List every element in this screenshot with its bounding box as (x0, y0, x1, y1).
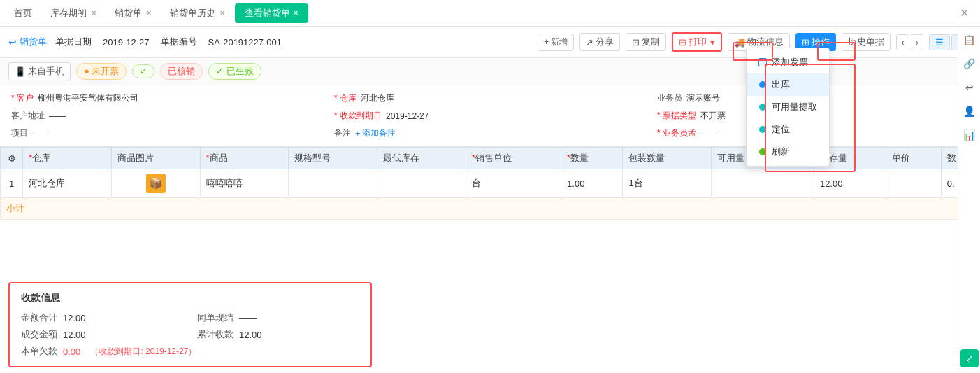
plus-icon: + (355, 128, 361, 139)
list-view-button[interactable]: ☰ (929, 34, 950, 50)
warehouse-label: 仓库 (334, 92, 356, 104)
balance-value: 0.00 (63, 346, 80, 357)
subtotal-label: 小计 (1, 198, 980, 220)
sidebar-icon-4[interactable]: 👤 (962, 104, 977, 119)
tab-close-inventory[interactable]: ✕ (91, 9, 96, 17)
row-spec (289, 169, 377, 198)
dropdown-refresh[interactable]: 刷新 (747, 141, 829, 163)
check-circle-icon: ✓ (216, 66, 224, 76)
deal-amount-label: 成交金额 (21, 328, 57, 341)
address-value: —— (49, 111, 66, 121)
balance-label: 本单欠款 (21, 345, 57, 358)
sidebar-icon-5[interactable]: 📊 (962, 127, 977, 143)
operation-icon: ⊞ (802, 37, 809, 48)
same-settle-value: —— (239, 313, 257, 323)
not-open-icon: ● (84, 66, 89, 76)
date-label: 单据日期 (55, 36, 92, 48)
note-label: 备注 (334, 127, 351, 139)
same-settle-label: 同单现结 (197, 311, 233, 324)
row-unit: 台 (466, 169, 561, 198)
sales-staff-label: 业务员孟 (657, 127, 696, 139)
add-invoice-icon (758, 57, 768, 67)
project-label: 项目 (11, 127, 28, 139)
doc-meta: 单据日期 2019-12-27 单据编号 SA-20191227-001 (55, 36, 282, 48)
expand-icon[interactable]: ⤢ (960, 349, 979, 367)
warehouse-row: 仓库 河北仓库 (334, 92, 646, 104)
row-available (712, 169, 814, 198)
subtotal-row: 小计 (1, 198, 980, 220)
next-button[interactable]: › (911, 34, 923, 50)
number-value: SA-20191227-001 (208, 37, 282, 48)
share-button[interactable]: ↗ 分享 (579, 33, 620, 51)
history-button[interactable]: 历史单据 (842, 33, 891, 51)
row-pack-qty: 1台 (623, 169, 712, 198)
not-open-badge[interactable]: ● 未开票 (76, 63, 127, 80)
logistics-icon: 🚚 (734, 37, 745, 48)
tab-close-view[interactable]: ✕ (293, 9, 298, 17)
sales-staff-value: —— (700, 129, 717, 139)
customer-value: 柳州粤港平安气体有限公司 (38, 92, 138, 104)
col-product: *商品 (200, 148, 289, 169)
check-badge[interactable]: ✓ (132, 64, 154, 78)
print-icon: ⊟ (679, 37, 686, 48)
tab-inventory-init[interactable]: 库存期初 ✕ (42, 3, 105, 24)
share-icon: ↗ (586, 37, 593, 48)
print-button[interactable]: ⊟ 打印 ▾ (672, 32, 722, 52)
sidebar-icon-1[interactable]: 📋 (962, 32, 977, 48)
dropdown-add-invoice[interactable]: 添加发票 (747, 51, 829, 73)
sidebar-icon-3[interactable]: ↩ (962, 80, 977, 95)
sold-badge[interactable]: 已核销 (160, 63, 203, 80)
customer-row: 客户 柳州粤港平安气体有限公司 (11, 92, 323, 104)
product-thumbnail: 📦 (146, 174, 166, 193)
tab-sales-history[interactable]: 销货单历史 ✕ (161, 3, 233, 24)
new-button[interactable]: + 新增 (538, 34, 574, 51)
nav-arrows: ‹ › (896, 34, 923, 50)
col-warehouse: *仓库 (23, 148, 112, 169)
effect-badge[interactable]: ✓ 已生效 (208, 63, 261, 80)
sidebar-icon-2[interactable]: 🔗 (962, 56, 977, 71)
balance-row: 本单欠款 0.00 （收款到期日: 2019-12-27） (21, 345, 359, 358)
outbound-icon (758, 80, 768, 90)
col-spec: 规格型号 (289, 148, 377, 169)
doc-type-label: 销货单 (20, 36, 47, 48)
tab-sales-order[interactable]: 销货单 ✕ (106, 3, 160, 24)
note-add-button[interactable]: + 添加备注 (355, 127, 396, 139)
project-value: —— (32, 129, 49, 139)
tab-close-sales[interactable]: ✕ (146, 9, 152, 17)
col-img: 商品图片 (111, 148, 200, 169)
row-qty: 1.00 (561, 169, 623, 198)
balance-hint: （收款到期日: 2019-12-27） (90, 346, 196, 358)
project-row: 项目 —— (11, 127, 323, 139)
col-gear: ⚙ (1, 148, 23, 169)
tab-home[interactable]: 首页 (6, 3, 41, 24)
copy-button[interactable]: ⊡ 复制 (626, 33, 666, 51)
cumulative-label: 累计收款 (197, 328, 233, 341)
tab-bar: 首页 库存期初 ✕ 销货单 ✕ 销货单历史 ✕ 查看销货单 ✕ ✕ (0, 0, 980, 27)
window-close-button[interactable]: ✕ (954, 6, 974, 20)
row-stock: 12.00 (814, 169, 886, 198)
refresh-icon (758, 147, 768, 157)
payment-date-value: 2019-12-27 (386, 111, 428, 121)
deal-amount-value: 12.00 (63, 330, 86, 340)
prev-button[interactable]: ‹ (896, 34, 909, 50)
dropdown-locate[interactable]: 定位 (747, 118, 829, 141)
tab-close-history[interactable]: ✕ (219, 9, 225, 17)
locate-icon (758, 125, 768, 134)
print-dropdown-arrow[interactable]: ▾ (710, 37, 715, 48)
tab-view-sales[interactable]: 查看销货单 ✕ (235, 3, 308, 23)
dropdown-outbound[interactable]: 出库 (747, 73, 829, 96)
from-phone-button[interactable]: 📱 来自手机 (8, 62, 71, 80)
row-warehouse: 河北仓库 (23, 169, 112, 198)
row-product: 嘻嘻嘻嘻 (200, 169, 289, 198)
cumulative-row: 累计收款 12.00 (197, 328, 359, 341)
col-price: 单价 (886, 148, 941, 169)
col-pack-qty: 包装数量 (623, 148, 712, 169)
sub-toolbar: 📱 来自手机 ● 未开票 ✓ 已核销 ✓ 已生效 (0, 58, 980, 85)
dropdown-available-qty[interactable]: 可用量提取 (747, 96, 829, 118)
col-unit: *销售单位 (466, 148, 561, 169)
staff-value: 演示账号 (686, 92, 720, 104)
ticket-type-value: 不开票 (700, 110, 726, 122)
row-min-stock (377, 169, 466, 198)
total-amount-value: 12.00 (63, 313, 86, 323)
main-content: ↩ 销货单 单据日期 2019-12-27 单据编号 SA-20191227-0… (0, 27, 980, 373)
